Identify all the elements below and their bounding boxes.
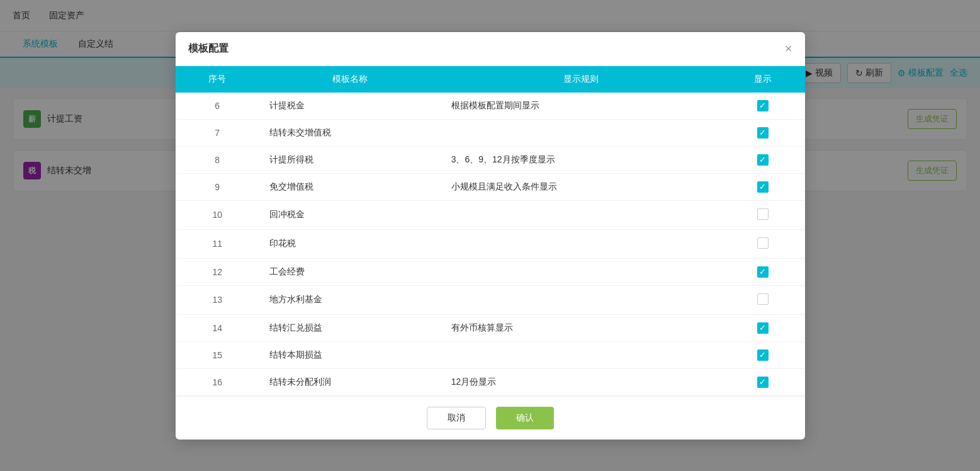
cell-rule [441,258,721,285]
checkbox-unchecked[interactable] [757,237,769,249]
cell-rule [441,229,721,258]
table-row: 13地方水利基金 [176,285,805,314]
checkbox-checked[interactable]: ✓ [757,100,769,111]
checkbox-checked[interactable]: ✓ [757,181,769,193]
table-row: 16结转未分配利润12月份显示✓ [176,368,805,395]
cell-rule [441,285,721,314]
confirm-button[interactable]: 确认 [496,407,554,429]
table-row: 10回冲税金 [176,200,805,229]
cell-name: 地方水利基金 [259,285,441,314]
col-header-no: 序号 [176,66,259,93]
cell-name: 计提所得税 [259,146,441,173]
checkbox-unchecked[interactable] [757,293,769,305]
table-row: 14结转汇兑损益有外币核算显示✓ [176,314,805,341]
cell-name: 免交增值税 [259,173,441,200]
cell-checkbox[interactable]: ✓ [721,173,804,200]
cell-checkbox[interactable]: ✓ [721,119,804,146]
cell-no: 7 [176,119,259,146]
table-row: 7结转未交增值税✓ [176,119,805,146]
cell-no: 15 [176,341,259,368]
cell-no: 16 [176,368,259,395]
cell-checkbox[interactable]: ✓ [721,341,804,368]
cell-checkbox[interactable]: ✓ [721,368,804,395]
table-header-row: 序号 模板名称 显示规则 显示 [176,66,805,93]
modal-overlay: 模板配置 × 序号 模板名称 显示规则 显示 6计提税金根据模板配置期间显示✓7… [0,0,980,471]
cell-no: 6 [176,93,259,120]
checkbox-checked[interactable]: ✓ [757,154,769,166]
cell-name: 回冲税金 [259,200,441,229]
cell-no: 14 [176,314,259,341]
cell-no: 11 [176,229,259,258]
cell-no: 13 [176,285,259,314]
checkbox-checked[interactable]: ✓ [757,322,769,334]
modal-body[interactable]: 序号 模板名称 显示规则 显示 6计提税金根据模板配置期间显示✓7结转未交增值税… [176,66,805,396]
cell-rule [441,119,721,146]
cell-rule: 3、6、9、12月按季度显示 [441,146,721,173]
checkbox-checked[interactable]: ✓ [757,127,769,139]
table-row: 9免交增值税小规模且满足收入条件显示✓ [176,173,805,200]
col-header-rule: 显示规则 [441,66,721,93]
cell-no: 10 [176,200,259,229]
cell-name: 结转未分配利润 [259,368,441,395]
cell-rule: 12月份显示 [441,368,721,395]
cell-rule: 小规模且满足收入条件显示 [441,173,721,200]
cell-rule [441,200,721,229]
config-table: 序号 模板名称 显示规则 显示 6计提税金根据模板配置期间显示✓7结转未交增值税… [176,66,805,396]
checkbox-unchecked[interactable] [757,208,769,220]
cancel-button[interactable]: 取消 [427,407,486,429]
table-row: 15结转本期损益✓ [176,341,805,368]
cell-checkbox[interactable] [721,229,804,258]
modal-header: 模板配置 × [176,32,805,66]
cell-name: 结转未交增值税 [259,119,441,146]
modal-close-button[interactable]: × [785,42,792,55]
modal-title: 模板配置 [188,42,228,55]
cell-name: 工会经费 [259,258,441,285]
checkbox-checked[interactable]: ✓ [757,349,769,361]
cell-name: 结转本期损益 [259,341,441,368]
modal-footer: 取消 确认 [176,396,805,440]
checkbox-checked[interactable]: ✓ [757,377,769,388]
cell-rule: 有外币核算显示 [441,314,721,341]
cell-checkbox[interactable] [721,285,804,314]
cell-rule [441,341,721,368]
table-row: 6计提税金根据模板配置期间显示✓ [176,93,805,120]
cell-rule: 根据模板配置期间显示 [441,93,721,120]
cell-checkbox[interactable]: ✓ [721,93,804,120]
cell-checkbox[interactable] [721,200,804,229]
table-row: 12工会经费✓ [176,258,805,285]
cell-name: 计提税金 [259,93,441,120]
table-row: 11印花税 [176,229,805,258]
cell-checkbox[interactable]: ✓ [721,258,804,285]
cell-no: 8 [176,146,259,173]
col-header-name: 模板名称 [259,66,441,93]
template-config-modal: 模板配置 × 序号 模板名称 显示规则 显示 6计提税金根据模板配置期间显示✓7… [176,32,805,440]
cell-no: 9 [176,173,259,200]
col-header-display: 显示 [721,66,804,93]
cell-checkbox[interactable]: ✓ [721,314,804,341]
cell-name: 印花税 [259,229,441,258]
cell-name: 结转汇兑损益 [259,314,441,341]
checkbox-checked[interactable]: ✓ [757,266,769,278]
cell-no: 12 [176,258,259,285]
cell-checkbox[interactable]: ✓ [721,146,804,173]
table-row: 8计提所得税3、6、9、12月按季度显示✓ [176,146,805,173]
